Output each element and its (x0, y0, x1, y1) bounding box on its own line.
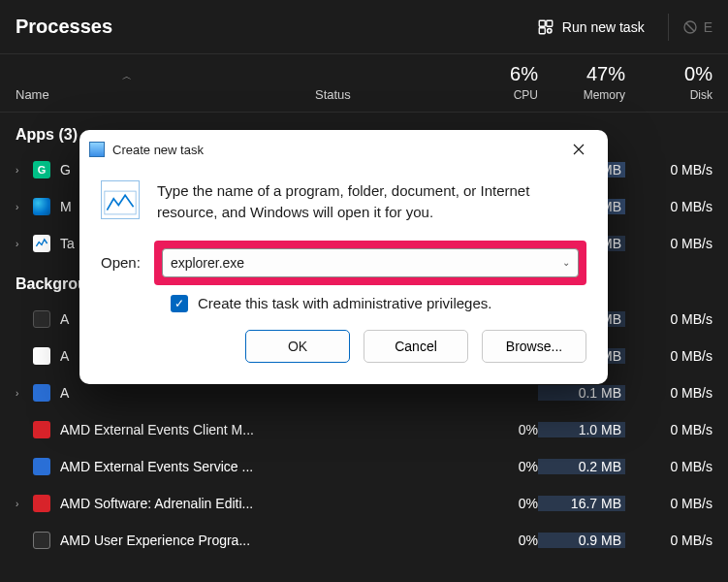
svg-rect-2 (539, 27, 545, 33)
app-icon (33, 458, 50, 475)
open-combobox[interactable]: explorer.exe ⌄ (162, 248, 579, 277)
svg-rect-0 (539, 20, 545, 26)
app-icon (33, 384, 50, 402)
column-name[interactable]: ︿ Name (16, 87, 315, 102)
close-icon (573, 144, 585, 155)
app-icon (33, 235, 50, 252)
dialog-icon (89, 142, 105, 157)
end-task-label-fragment: E (704, 19, 712, 35)
run-task-icon (537, 18, 554, 36)
ok-button[interactable]: OK (245, 330, 350, 363)
open-field-highlight: explorer.exe ⌄ (154, 241, 586, 285)
browse-button[interactable]: Browse... (482, 330, 586, 363)
page-title: Processes (16, 16, 527, 38)
end-task-icon (682, 19, 698, 35)
expand-chevron-icon[interactable]: › (16, 202, 33, 212)
close-button[interactable] (559, 134, 598, 165)
app-icon: G (33, 161, 50, 178)
app-icon (33, 421, 50, 438)
expand-chevron-icon[interactable]: › (16, 165, 33, 176)
dialog-titlebar[interactable]: Create new task (79, 130, 608, 169)
app-icon (33, 347, 50, 365)
toolbar: Processes Run new task E (0, 0, 728, 54)
create-new-task-dialog: Create new task Type the name of a progr… (79, 130, 608, 384)
column-memory[interactable]: 47% Memory (538, 63, 625, 102)
expand-chevron-icon[interactable]: › (16, 499, 33, 509)
column-cpu[interactable]: 6% CPU (451, 63, 538, 102)
open-value: explorer.exe (171, 255, 244, 271)
admin-checkbox[interactable]: ✓ (171, 295, 188, 312)
column-disk[interactable]: 0% Disk (625, 63, 712, 102)
table-row[interactable]: › AMD Software: Adrenalin Editi... 0% 16… (0, 485, 728, 522)
toolbar-divider (668, 14, 669, 41)
app-icon (33, 495, 50, 512)
process-disk: 0 MB/s (625, 162, 712, 178)
dialog-description: Type the name of a program, folder, docu… (157, 180, 586, 223)
column-status[interactable]: Status (315, 87, 451, 102)
chevron-down-icon[interactable]: ⌄ (562, 257, 570, 268)
app-icon (33, 198, 50, 215)
svg-rect-1 (547, 20, 553, 26)
app-icon (33, 532, 50, 549)
run-dialog-icon (101, 180, 140, 219)
end-task-button[interactable]: E (682, 19, 712, 35)
expand-chevron-icon[interactable]: › (16, 239, 33, 249)
cancel-button[interactable]: Cancel (364, 330, 468, 363)
table-row[interactable]: AMD User Experience Progra... 0% 0.9 MB … (0, 522, 728, 559)
run-new-task-button[interactable]: Run new task (527, 13, 654, 42)
app-icon (33, 310, 50, 328)
sort-caret-icon: ︿ (122, 70, 132, 83)
column-header-row: ︿ Name Status 6% CPU 47% Memory 0% Disk (0, 54, 728, 113)
table-row[interactable]: AMD External Events Service ... 0% 0.2 M… (0, 448, 728, 485)
dialog-title: Create new task (112, 143, 559, 157)
table-row[interactable]: AMD External Events Client M... 0% 1.0 M… (0, 411, 728, 448)
run-new-task-label: Run new task (562, 19, 645, 35)
expand-chevron-icon[interactable]: › (16, 388, 33, 399)
admin-checkbox-label: Create this task with administrative pri… (198, 295, 491, 311)
open-label: Open: (101, 254, 141, 271)
